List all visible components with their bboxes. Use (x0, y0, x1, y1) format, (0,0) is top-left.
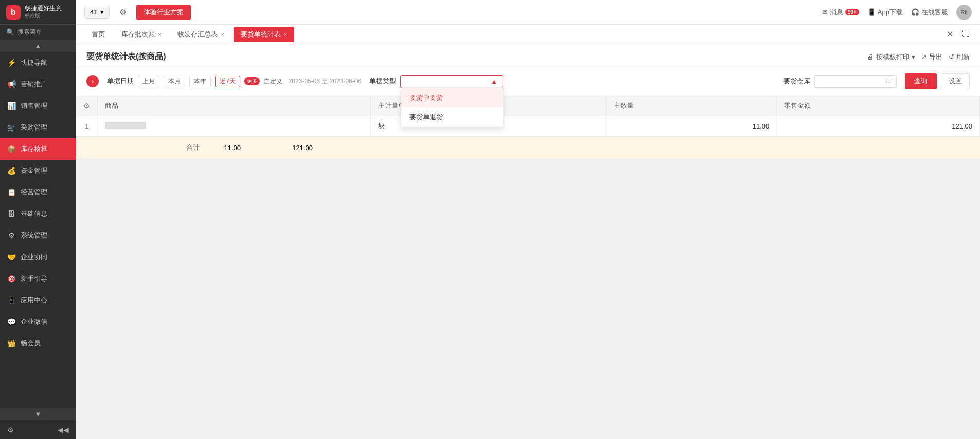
industry-btn[interactable]: 体验行业方案 (136, 5, 191, 20)
export-btn[interactable]: ↗ 导出 (921, 52, 942, 62)
sidebar-item-member[interactable]: 👑畅会员 (0, 333, 76, 354)
sidebar-item-enterprise[interactable]: 🤝企业协同 (0, 246, 76, 268)
sidebar-item-marketing[interactable]: 📢营销推广 (0, 74, 76, 95)
message-badge: 99+ (845, 9, 859, 15)
sidebar-item-base-info[interactable]: 🗄基础信息 (0, 203, 76, 225)
nav-label-member: 畅会员 (21, 339, 41, 348)
dropdown-option-order-return[interactable]: 要货单退货 (401, 107, 503, 127)
tab-close-send-receive[interactable]: × (221, 31, 224, 38)
print-label: 按模板打印 (876, 52, 910, 62)
cell-amount-0: 121.00 (777, 116, 980, 136)
nav-label-finance: 资金管理 (21, 166, 47, 175)
custom-date-btn[interactable]: 自定义 (264, 77, 282, 86)
sidebar-item-purchase[interactable]: 🛒采购管理 (0, 117, 76, 138)
dropdown-option-order-goods[interactable]: 要货单要货 (401, 88, 503, 107)
nav-icon-marketing: 📢 (6, 79, 16, 89)
table-row: 1 块 11.00 121.00 (76, 116, 980, 136)
tab-batch-account[interactable]: 库存批次账× (114, 27, 168, 42)
sidebar-item-inventory[interactable]: 📦库存核算 (0, 138, 76, 160)
scroll-down-btn[interactable]: ▼ (0, 408, 76, 420)
chevron-up-icon: ▲ (35, 42, 42, 50)
tab-selector-value: 41 (90, 8, 97, 16)
sidebar-bottom: ⚙ ◀◀ (0, 420, 76, 439)
filter-bar: › 单据日期 上月 本月 本年 近7天 更多 自定义 2023-05-06 至 … (76, 67, 980, 96)
app-icon: 📱 (867, 8, 876, 16)
tab-selector[interactable]: 41 ▾ (84, 6, 110, 19)
tab-label-home: 首页 (92, 30, 105, 39)
sidebar-nav: ⚡快捷导航📢营销推广📊销售管理🛒采购管理📦库存核算💰资金管理📋经营管理🗄基础信息… (0, 52, 76, 408)
type-filter-group: 单据类型 ▲ 要货单要货 要货单退货 (369, 75, 775, 88)
message-notif[interactable]: ✉ 消息 99+ (822, 8, 859, 17)
settings-icon[interactable]: ⚙ (7, 426, 14, 434)
sidebar-item-wechat[interactable]: 💬企业微信 (0, 311, 76, 333)
nav-label-system: 系统管理 (21, 231, 47, 240)
scroll-up-btn[interactable]: ▲ (0, 40, 76, 52)
tab-home[interactable]: 首页 (84, 27, 112, 42)
th-qty: 主数量 (607, 96, 777, 116)
app-label: App下载 (878, 8, 903, 17)
cell-qty-0: 11.00 (607, 116, 777, 136)
chevron-down-icon: ▾ (100, 8, 104, 16)
tab-order-stats[interactable]: 要货单统计表× (234, 27, 294, 42)
filter-actions: 查询 设置 (905, 73, 970, 89)
message-icon: ✉ (822, 8, 828, 16)
user-avatar[interactable]: Rit (956, 5, 972, 20)
online-service[interactable]: 🎧 在线客服 (911, 8, 948, 17)
chevron-down-icon: ▾ (912, 53, 915, 61)
sidebar-item-operation[interactable]: 📋经营管理 (0, 181, 76, 203)
collapse-icon[interactable]: ◀◀ (58, 426, 69, 434)
close-all-tabs-btn[interactable]: ✕ (945, 28, 955, 40)
nav-icon-inventory: 📦 (6, 144, 16, 154)
more-date-badge[interactable]: 更多 (244, 77, 260, 85)
sidebar-item-sales[interactable]: 📊销售管理 (0, 95, 76, 117)
tab-send-receive[interactable]: 收发存汇总表× (170, 27, 231, 42)
app-download[interactable]: 📱 App下载 (867, 8, 903, 17)
table-body: 1 块 11.00 121.00 (76, 116, 980, 136)
export-label: 导出 (929, 52, 942, 62)
type-dropdown: 要货单要货 要货单退货 (401, 87, 504, 127)
sidebar-item-quick-nav[interactable]: ⚡快捷导航 (0, 52, 76, 74)
date-btn-last-month[interactable]: 上月 (138, 76, 159, 87)
sidebar-item-finance[interactable]: 💰资金管理 (0, 160, 76, 181)
date-btn-7days[interactable]: 近7天 (215, 76, 240, 87)
user-name: Rit (960, 9, 967, 15)
print-btn[interactable]: 🖨 按模板打印 ▾ (867, 52, 915, 62)
footer-qty: 11.00 (210, 144, 241, 152)
sidebar-item-guide[interactable]: 🎯新手引导 (0, 268, 76, 289)
warehouse-select[interactable]: ··· (814, 75, 897, 88)
type-select[interactable]: ▲ 要货单要货 要货单退货 (400, 75, 503, 88)
topbar-settings-btn[interactable]: ⚙ (116, 5, 130, 20)
date-btn-this-month[interactable]: 本月 (164, 76, 185, 87)
app-logo: b 畅捷通好生意 标准版 (0, 0, 76, 25)
nav-icon-app-center: 📱 (6, 295, 16, 305)
sidebar-item-app-center[interactable]: 📱应用中心 (0, 289, 76, 311)
tab-label-order-stats: 要货单统计表 (241, 30, 281, 39)
search-icon: 🔍 (6, 28, 14, 36)
search-menu[interactable]: 🔍 搜索菜单 (0, 25, 76, 40)
nav-icon-finance: 💰 (6, 166, 16, 176)
th-settings: ⚙ (76, 96, 98, 116)
query-btn[interactable]: 查询 (905, 73, 937, 89)
fullscreen-btn[interactable]: ⛶ (959, 28, 972, 40)
filter-toggle-btn[interactable]: › (86, 75, 99, 87)
tab-close-batch-account[interactable]: × (158, 31, 161, 38)
date-btn-this-year[interactable]: 本年 (189, 76, 211, 87)
expand-icon: › (92, 77, 94, 85)
refresh-btn[interactable]: ↺ 刷新 (949, 52, 970, 62)
page-header: 要货单统计表(按商品) 🖨 按模板打印 ▾ ↗ 导出 ↺ 刷新 (76, 44, 980, 67)
sidebar-item-system[interactable]: ⚙系统管理 (0, 225, 76, 246)
print-icon: 🖨 (867, 53, 874, 61)
page-title: 要货单统计表(按商品) (86, 51, 166, 62)
tabs-bar: 首页库存批次账×收发存汇总表×要货单统计表× ✕ ⛶ (76, 25, 980, 44)
date-filter-group: 单据日期 上月 本月 本年 近7天 更多 自定义 2023-05-06 至 20… (107, 76, 361, 87)
nav-icon-operation: 📋 (6, 187, 16, 197)
nav-icon-guide: 🎯 (6, 273, 16, 284)
setting-btn[interactable]: 设置 (941, 73, 970, 89)
column-settings-icon[interactable]: ⚙ (83, 102, 90, 110)
tab-close-order-stats[interactable]: × (284, 31, 287, 38)
chevron-up-icon: ▲ (491, 78, 497, 85)
warehouse-label: 要货仓库 (783, 77, 810, 86)
footer-amount: 121.00 (282, 144, 313, 152)
table-container: ⚙ 商品 主计量单位 主数量 零售金额 1 块 11.00 121.00 (76, 96, 980, 136)
page-actions: 🖨 按模板打印 ▾ ↗ 导出 ↺ 刷新 (867, 52, 970, 62)
